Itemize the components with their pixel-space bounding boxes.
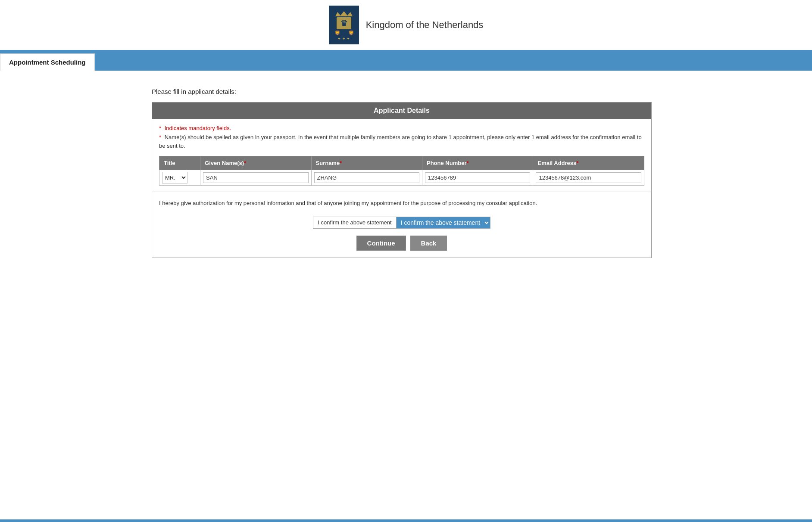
svg-text:🦁: 🦁	[348, 30, 354, 36]
auth-text: I hereby give authorization for my perso…	[159, 199, 644, 208]
coat-of-arms-icon: ♛ 🦁 🦁 ✦ ✦ ✦	[329, 6, 359, 44]
applicant-details-box: Applicant Details * Indicates mandatory …	[152, 102, 652, 258]
surname-cell[interactable]	[311, 170, 422, 186]
asterisk-icon-2: *	[159, 134, 161, 140]
svg-text:♛: ♛	[340, 19, 347, 28]
email-input[interactable]	[536, 172, 641, 183]
navbar: Appointment Scheduling	[0, 52, 812, 71]
title-cell: MR. MRS. MS. MISS DR.	[159, 170, 200, 186]
auth-section: I hereby give authorization for my perso…	[152, 192, 651, 258]
passport-note: * Name(s) should be spelled as given in …	[159, 133, 644, 150]
page-header: ♛ 🦁 🦁 ✦ ✦ ✦ Kingdom of the Netherlands	[0, 0, 812, 52]
svg-text:🦁: 🦁	[334, 30, 340, 36]
asterisk-icon: *	[159, 125, 161, 131]
col-phone: Phone Number*	[422, 156, 533, 170]
svg-text:✦ ✦ ✦: ✦ ✦ ✦	[337, 37, 350, 41]
applicant-table: Title Given Name(s)* Surname* Phone Numb…	[159, 156, 644, 186]
given-name-input[interactable]	[203, 172, 308, 183]
mandatory-note: * Indicates mandatory fields.	[159, 125, 644, 131]
main-content: Please fill in applicant details: Applic…	[126, 71, 686, 275]
confirm-select[interactable]: I confirm the above statement I do not c…	[396, 217, 490, 228]
kingdom-label: Kingdom of the Netherlands	[366, 19, 484, 31]
confirm-label-text: I confirm the above statement	[313, 217, 396, 228]
col-title: Title	[159, 156, 200, 170]
col-given-name: Given Name(s)*	[200, 156, 311, 170]
phone-cell[interactable]	[422, 170, 533, 186]
form-intro-text: Please fill in applicant details:	[152, 88, 660, 95]
continue-button[interactable]: Continue	[356, 236, 406, 251]
col-surname: Surname*	[311, 156, 422, 170]
buttons-row: Continue Back	[159, 236, 644, 258]
col-email: Email Address*	[533, 156, 644, 170]
confirm-row: I confirm the above statement I confirm …	[159, 217, 644, 229]
table-header-row: Title Given Name(s)* Surname* Phone Numb…	[159, 156, 644, 170]
table-row: MR. MRS. MS. MISS DR.	[159, 170, 644, 186]
title-select[interactable]: MR. MRS. MS. MISS DR.	[162, 172, 187, 183]
applicant-details-body: * Indicates mandatory fields. * Name(s) …	[152, 119, 651, 192]
back-button[interactable]: Back	[410, 236, 447, 251]
confirm-select-wrapper[interactable]: I confirm the above statement I confirm …	[313, 217, 490, 229]
phone-input[interactable]	[425, 172, 530, 183]
applicant-details-header: Applicant Details	[152, 103, 651, 119]
email-cell[interactable]	[533, 170, 644, 186]
given-name-cell[interactable]	[200, 170, 311, 186]
surname-input[interactable]	[314, 172, 419, 183]
appointment-scheduling-tab[interactable]: Appointment Scheduling	[0, 53, 95, 71]
